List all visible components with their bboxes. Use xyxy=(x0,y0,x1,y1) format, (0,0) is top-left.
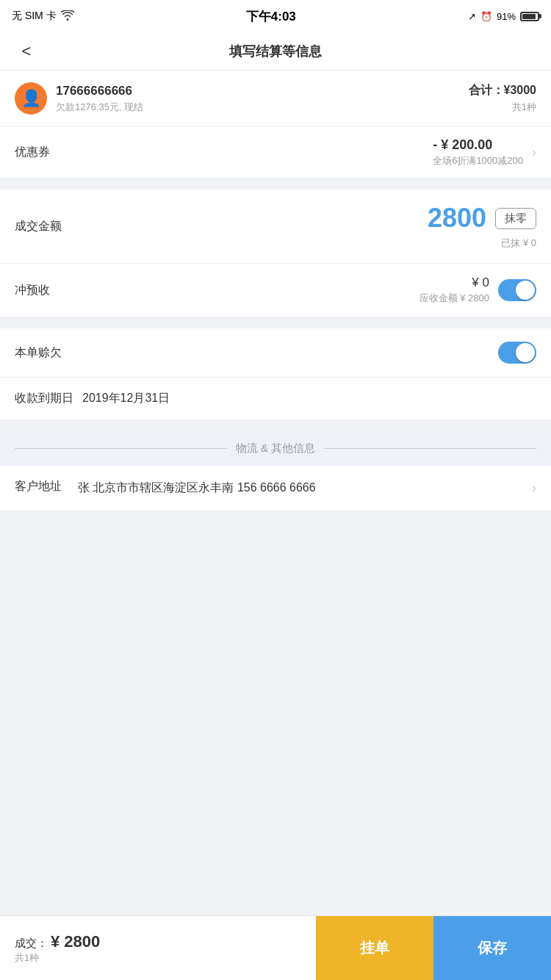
avatar: 👤 xyxy=(15,82,47,115)
location-icon: ↗ xyxy=(468,11,476,22)
amount-row: 成交金额 2800 抹零 已抹 ¥ 0 xyxy=(0,190,551,264)
amount-sub: 已抹 ¥ 0 xyxy=(501,237,536,250)
total-count: 共1种 xyxy=(469,101,537,114)
bottom-deal-label: 成交： xyxy=(15,937,48,951)
coupon-right: - ¥ 200.00 全场6折满1000减200 › xyxy=(433,137,536,167)
content: 👤 17666666666 欠款1276.35元, 现结 合计：¥3000 共1… xyxy=(0,71,551,693)
status-time: 下午4:03 xyxy=(246,8,296,25)
wifi-icon xyxy=(61,10,74,23)
nav-bar: < 填写结算等信息 xyxy=(0,32,551,71)
round-button[interactable]: 抹零 xyxy=(495,208,536,229)
back-button[interactable]: < xyxy=(12,37,41,66)
amount-value-block: 2800 抹零 xyxy=(428,203,536,234)
save-button[interactable]: 保存 xyxy=(433,916,551,980)
due-date-label: 收款到期日 xyxy=(15,391,73,406)
customer-info: 17666666666 欠款1276.35元, 现结 xyxy=(56,84,143,114)
battery-percent: 91% xyxy=(497,11,516,22)
logistics-text: 物流 & 其他信息 xyxy=(236,442,315,455)
page-title: 填写结算等信息 xyxy=(229,43,322,60)
coupon-desc: 全场6折满1000减200 xyxy=(433,154,523,167)
coupon-label: 优惠券 xyxy=(15,145,50,160)
status-bar: 无 SIM 卡 下午4:03 ↗ ⏰ 91% xyxy=(0,0,551,32)
coupon-row[interactable]: 优惠券 - ¥ 200.00 全场6折满1000减200 › xyxy=(0,126,551,178)
customer-card: 👤 17666666666 欠款1276.35元, 现结 合计：¥3000 共1… xyxy=(0,71,551,178)
credit-row: 本单赊欠 xyxy=(0,328,551,377)
toggle-thumb xyxy=(516,281,535,300)
prepay-amounts: ¥ 0 应收金额 ¥ 2800 xyxy=(419,275,489,305)
gray-bg xyxy=(0,510,551,627)
no-sim-text: 无 SIM 卡 xyxy=(12,10,57,23)
logistics-line-right xyxy=(324,448,536,449)
bottom-count: 共1种 xyxy=(15,951,301,965)
credit-toggle[interactable] xyxy=(498,342,536,364)
section-divider-3 xyxy=(0,425,551,431)
amount-section: 成交金额 2800 抹零 已抹 ¥ 0 冲预收 ¥ 0 应收金额 ¥ 2800 xyxy=(0,190,551,317)
prepay-row: 冲预收 ¥ 0 应收金额 ¥ 2800 xyxy=(0,264,551,317)
credit-label: 本单赊欠 xyxy=(15,345,73,361)
amount-number: 2800 xyxy=(428,203,486,234)
prepay-right: ¥ 0 应收金额 ¥ 2800 xyxy=(419,275,536,305)
date-row: 收款到期日 2019年12月31日 xyxy=(0,377,551,419)
credit-toggle-thumb xyxy=(516,343,535,362)
prepay-zero: ¥ 0 xyxy=(419,275,489,290)
customer-row: 👤 17666666666 欠款1276.35元, 现结 合计：¥3000 共1… xyxy=(0,71,551,126)
logistics-line-left xyxy=(15,448,227,449)
coupon-info: - ¥ 200.00 全场6折满1000减200 xyxy=(433,137,523,167)
customer-left: 👤 17666666666 欠款1276.35元, 现结 xyxy=(15,82,143,115)
address-row[interactable]: 客户地址 张 北京市市辖区海淀区永丰南 156 6666 6666 › xyxy=(0,466,551,510)
prepay-sub: 应收金额 ¥ 2800 xyxy=(419,292,489,305)
hold-button[interactable]: 挂单 xyxy=(316,916,433,980)
alarm-icon: ⏰ xyxy=(480,11,492,22)
coupon-discount: - ¥ 200.00 xyxy=(433,137,523,153)
bottom-amount: ¥ 2800 xyxy=(51,932,100,951)
total-amount: 合计：¥3000 xyxy=(469,83,537,98)
bottom-deal-row: 成交： ¥ 2800 xyxy=(15,932,301,951)
due-date-value: 2019年12月31日 xyxy=(82,391,170,406)
coupon-arrow-icon: › xyxy=(532,145,536,160)
section-divider-1 xyxy=(0,184,551,190)
address-value: 张 北京市市辖区海淀区永丰南 156 6666 6666 xyxy=(78,479,514,497)
section-divider-2 xyxy=(0,323,551,328)
prepay-toggle[interactable] xyxy=(498,279,536,301)
customer-right: 合计：¥3000 共1种 xyxy=(469,83,537,114)
address-label: 客户地址 xyxy=(15,479,66,494)
bottom-summary: 成交： ¥ 2800 共1种 xyxy=(0,916,316,980)
back-icon: < xyxy=(22,42,32,61)
customer-note: 欠款1276.35元, 现结 xyxy=(56,101,143,114)
logistics-header: 物流 & 其他信息 xyxy=(0,431,551,466)
customer-phone: 17666666666 xyxy=(56,84,143,98)
avatar-icon: 👤 xyxy=(21,89,41,108)
prepay-label: 冲预收 xyxy=(15,283,73,298)
amount-right: 2800 抹零 已抹 ¥ 0 xyxy=(428,203,536,250)
deal-amount-label: 成交金额 xyxy=(15,219,73,234)
bottom-bar: 成交： ¥ 2800 共1种 挂单 保存 xyxy=(0,915,551,980)
battery-icon xyxy=(520,12,539,21)
credit-card: 本单赊欠 收款到期日 2019年12月31日 xyxy=(0,328,551,419)
address-arrow-icon: › xyxy=(532,480,536,496)
status-left: 无 SIM 卡 xyxy=(12,10,74,23)
status-right: ↗ ⏰ 91% xyxy=(468,11,539,22)
